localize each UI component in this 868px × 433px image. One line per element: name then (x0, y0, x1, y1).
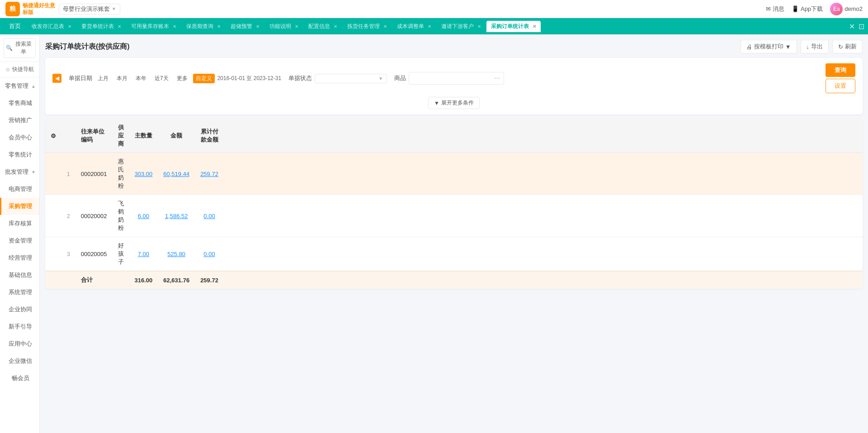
tab-baoguan[interactable]: 保质期查询 ✕ (182, 21, 225, 32)
star-icon: ☆ (5, 67, 10, 73)
print-dropdown-icon: ▼ (785, 43, 791, 50)
filter-row-main: ◀ 单据日期 上月 本月 本年 近7天 更多 自定义 2016-01-01 至 … (52, 63, 855, 93)
sidebar-item-xitongguanli[interactable]: 系统管理 (0, 284, 39, 301)
tab-yaohuo[interactable]: 要货单统计表 ✕ (77, 21, 126, 32)
close-icon[interactable]: ✕ (477, 24, 481, 29)
app-download-button[interactable]: 📱 App下载 (792, 5, 823, 13)
chevron-up-icon: ▲ (31, 84, 36, 89)
expand-more-button[interactable]: ▼ 展开更多条件 (428, 97, 480, 109)
td-paid-3[interactable]: 0.00 (195, 237, 224, 271)
expand-row: ▼ 展开更多条件 (52, 97, 855, 109)
close-icon[interactable]: ✕ (256, 24, 259, 29)
sidebar-item-diangshangguanli[interactable]: 电商管理 (0, 181, 39, 198)
sidebar-item-huiyuan[interactable]: 会员中心 (0, 129, 39, 146)
setting-button[interactable]: 设置 (826, 79, 855, 93)
date-shortcut-more[interactable]: 更多 (174, 74, 190, 83)
sidebar-item-yingyongzhongxin[interactable]: 应用中心 (0, 335, 39, 352)
close-icon[interactable]: ✕ (533, 24, 536, 29)
message-button[interactable]: ✉ 消息 (766, 5, 784, 13)
sidebar-item-lingshoushutj[interactable]: 零售统计 (0, 146, 39, 163)
goods-more-icon[interactable]: ··· (494, 74, 500, 82)
tfoot-empty2 (61, 271, 75, 289)
td-amount-2[interactable]: 1,586.52 (158, 195, 195, 237)
sidebar: 🔍 搜索菜单 ☆ 快捷导航 零售管理 ▲ 零售商城 营销推广 会员中心 零售统计… (0, 34, 40, 433)
tab-yaoqing[interactable]: 邀请下游客户 ✕ (437, 21, 486, 32)
close-icon[interactable]: ✕ (173, 24, 176, 29)
sidebar-item-lingshouguan[interactable]: 零售管理 ▲ (0, 77, 39, 95)
goods-input[interactable]: ··· (409, 72, 504, 85)
date-shortcuts: 上月 本月 本年 近7天 更多 自定义 (95, 74, 215, 83)
close-icon[interactable]: ✕ (118, 24, 121, 29)
sidebar-item-qiyewechat[interactable]: 企业微信 (0, 352, 39, 370)
print-icon: 🖨 (746, 43, 752, 50)
tab-gongneng[interactable]: 功能说明 ✕ (265, 21, 303, 32)
td-amount-1[interactable]: 60,519.44 (158, 153, 195, 195)
tfoot-supplier (113, 271, 129, 289)
tab-zhuohuo[interactable]: 拣货任务管理 ✕ (343, 21, 392, 32)
td-quantity-2[interactable]: 6.00 (129, 195, 158, 237)
close-icon[interactable]: ✕ (217, 24, 221, 29)
tab-keyongliang[interactable]: 可用量库存账本 ✕ (127, 21, 181, 32)
tab-chengben[interactable]: 成本调整单 ✕ (392, 21, 436, 32)
close-icon[interactable]: ✕ (295, 24, 298, 29)
sidebar-item-yingxiao[interactable]: 营销推广 (0, 112, 39, 129)
tab-home[interactable]: 首页 (4, 20, 26, 32)
td-rownum-1: 1 (61, 153, 75, 195)
user-profile[interactable]: Ea demo2 (830, 3, 863, 15)
sidebar-item-lingshoushangcheng[interactable]: 零售商城 (0, 95, 39, 112)
refresh-button[interactable]: ↻ 刷新 (832, 40, 863, 53)
date-shortcut-this-year[interactable]: 本年 (133, 74, 149, 83)
tab-shoufah[interactable]: 收发存汇总表 ✕ (27, 21, 76, 32)
top-bar: 粮 畅捷通好生意 标版 母婴行业演示账套 ▼ ✉ 消息 📱 App下载 Ea d… (0, 0, 868, 18)
collapse-arrow[interactable]: ◀ (52, 74, 61, 83)
status-select[interactable]: ▼ (315, 74, 387, 83)
td-extra-2 (224, 195, 863, 237)
close-window-icon[interactable]: ✕ (849, 22, 855, 31)
close-icon[interactable]: ✕ (428, 24, 431, 29)
refresh-icon: ↻ (838, 43, 843, 50)
td-paid-2[interactable]: 0.00 (195, 195, 224, 237)
date-shortcut-7days[interactable]: 近7天 (152, 74, 171, 83)
td-settings-2 (45, 195, 61, 237)
sidebar-item-xinshouyindao[interactable]: 新手引导 (0, 318, 39, 335)
page-header: 采购订单统计表(按供应商) 🖨 按模板打印 ▼ ↓ 导出 ↻ 刷新 (45, 40, 863, 53)
sidebar-item-quick-nav[interactable]: ☆ 快捷导航 (0, 62, 39, 77)
td-quantity-1[interactable]: 303.00 (129, 153, 158, 195)
sidebar-item-caigouguanli[interactable]: 采购管理 (0, 198, 39, 215)
sidebar-item-jingguanli[interactable]: 经营管理 (0, 249, 39, 266)
tab-peizhi[interactable]: 配置信息 ✕ (304, 21, 342, 32)
date-shortcut-custom[interactable]: 自定义 (193, 74, 215, 83)
print-button[interactable]: 🖨 按模板打印 ▼ (741, 40, 797, 53)
tfoot-amount: 62,631.76 (158, 271, 195, 289)
td-amount-3[interactable]: 525.80 (158, 237, 195, 271)
close-icon[interactable]: ✕ (68, 24, 71, 29)
sidebar-item-changhuyuan[interactable]: 畅会员 (0, 370, 39, 387)
maximize-icon[interactable]: ⊡ (859, 22, 864, 31)
close-icon[interactable]: ✕ (334, 24, 337, 29)
sidebar-item-qiyexietong[interactable]: 企业协同 (0, 301, 39, 318)
td-code-3: 00020005 (75, 237, 113, 271)
tab-caigou[interactable]: 采购订单统计表 ✕ (486, 21, 541, 32)
sidebar-item-zijinguanli[interactable]: 资金管理 (0, 232, 39, 249)
td-code-1: 00020001 (75, 153, 113, 195)
th-rownum (61, 119, 75, 153)
date-shortcut-last-month[interactable]: 上月 (95, 74, 111, 83)
query-button[interactable]: 查询 (826, 63, 855, 77)
download-icon: 📱 (792, 5, 799, 12)
search-menu-button[interactable]: 🔍 搜索菜单 (4, 38, 36, 58)
tab-chaochuyujing[interactable]: 超储预警 ✕ (226, 21, 264, 32)
date-shortcut-this-month[interactable]: 本月 (114, 74, 130, 83)
filter-date-item: 单据日期 上月 本月 本年 近7天 更多 自定义 2016-01-01 至 20… (69, 74, 281, 83)
tfoot-paid: 259.72 (195, 271, 224, 289)
sidebar-item-kuchenheja[interactable]: 库存核算 (0, 215, 39, 232)
workspace-selector[interactable]: 母婴行业演示账套 ▼ (59, 4, 120, 14)
td-quantity-3[interactable]: 7.00 (129, 237, 158, 271)
sidebar-item-pifaguanli[interactable]: 批发管理 ▼ (0, 163, 39, 181)
td-rownum-2: 2 (61, 195, 75, 237)
sidebar-item-jichuxxinxi[interactable]: 基础信息 (0, 266, 39, 284)
date-range-display: 2016-01-01 至 2023-12-31 (217, 75, 281, 82)
settings-icon[interactable]: ⚙ (51, 133, 56, 139)
export-button[interactable]: ↓ 导出 (801, 40, 829, 53)
td-paid-1[interactable]: 259.72 (195, 153, 224, 195)
close-icon[interactable]: ✕ (383, 24, 387, 29)
